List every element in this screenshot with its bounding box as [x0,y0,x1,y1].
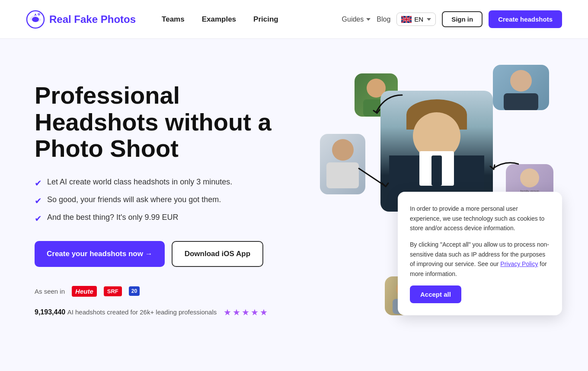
check-icon-2: ✔ [35,196,42,206]
hero-title: Professional Headshots without a Photo S… [35,82,294,162]
cta-primary-button[interactable]: Create your headshots now → [35,241,165,267]
stats-count: 9,193,440 AI headshots created for 26k+ … [35,308,217,316]
hero-right: 100% AI generated family group [311,65,562,324]
cta-secondary-button[interactable]: Download iOS App [172,241,263,267]
logo-icon [26,10,45,29]
photo-topright [493,65,549,110]
cookie-text-1: In order to provide a more personal user… [410,204,550,233]
star-3: ★ [242,307,249,317]
cookie-banner: In order to provide a more personal user… [398,192,562,315]
nav-blog[interactable]: Blog [377,16,390,23]
chevron-down-icon [366,18,371,21]
heute-badge: Heute [72,286,97,297]
cookie-accept-button[interactable]: Accept all [410,285,461,303]
as-seen-label: As seen in [35,288,65,295]
as-seen-row: As seen in Heute SRF 20 [35,286,294,297]
star-4: ★ [251,307,259,317]
star-5: ★ [260,307,268,317]
nav-pricing[interactable]: Pricing [253,15,278,24]
flag-uk-icon [401,16,412,23]
navbar: Real Fake Photos Teams Examples Pricing … [0,0,588,39]
check-icon-3: ✔ [35,213,42,224]
star-1: ★ [224,307,231,317]
nav-guides[interactable]: Guides [342,16,371,23]
create-headshots-button[interactable]: Create headshots [489,10,562,28]
tv20-badge: 20 [129,286,140,296]
arrow-midleft [350,160,393,194]
nav-teams[interactable]: Teams [162,15,185,24]
cookie-text-2: By clicking "Accept all" you allow us to… [410,240,550,279]
arrow-right [480,151,519,177]
language-selector[interactable]: EN [396,13,436,26]
stats-row: 9,193,440 AI headshots created for 26k+ … [35,307,294,317]
srf-badge: SRF [104,286,122,296]
nav-links: Teams Examples Pricing [162,15,342,24]
hero-section: Professional Headshots without a Photo S… [0,39,588,367]
sign-in-button[interactable]: Sign in [442,11,483,27]
svg-point-2 [38,13,40,16]
nav-right: Guides Blog EN Sign in Create headshots [342,10,562,28]
hero-bullet-2: ✔ So good, your friends will ask where y… [35,195,294,206]
star-rating: ★ ★ ★ ★ ★ [224,307,268,317]
logo-text: Real Fake Photos [49,13,136,25]
hero-bullet-1: ✔ Let AI create world class headshots in… [35,178,294,188]
arrow-topleft [368,91,411,121]
star-2: ★ [233,307,240,317]
chevron-down-icon [427,18,431,21]
hero-bullets: ✔ Let AI create world class headshots in… [35,178,294,224]
logo-link[interactable]: Real Fake Photos [26,10,136,29]
lang-label: EN [414,16,423,23]
nav-examples[interactable]: Examples [202,15,236,24]
hero-left: Professional Headshots without a Photo S… [35,65,294,317]
privacy-policy-link[interactable]: Privacy Policy [500,260,538,267]
hero-bullet-3: ✔ And the best thing? It's only 9.99 EUR [35,213,294,224]
check-icon-1: ✔ [35,178,42,188]
hero-cta: Create your headshots now → Download iOS… [35,241,294,267]
svg-point-1 [32,17,39,22]
